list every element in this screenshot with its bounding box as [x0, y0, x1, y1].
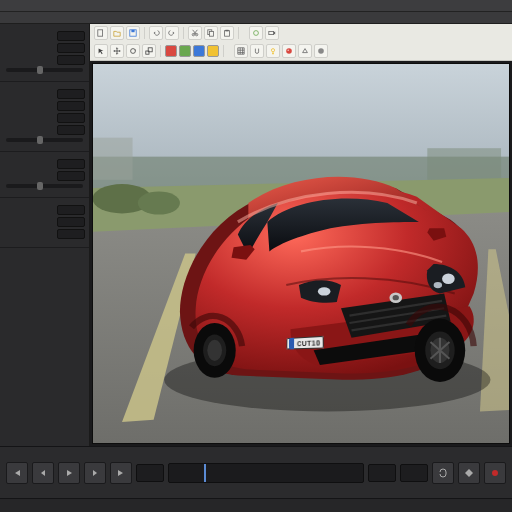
color-swatch[interactable] [193, 45, 205, 57]
svg-rect-7 [225, 31, 230, 37]
prop-value[interactable] [57, 101, 85, 111]
camera-icon[interactable] [265, 26, 279, 40]
start-frame-field[interactable] [368, 464, 396, 482]
property-panel [0, 82, 89, 152]
material-icon[interactable] [282, 44, 296, 58]
slider[interactable] [6, 138, 83, 142]
next-frame-icon[interactable] [84, 462, 106, 484]
svg-rect-20 [93, 138, 133, 180]
svg-point-29 [442, 274, 455, 285]
svg-point-14 [271, 49, 274, 52]
shaded-icon[interactable] [314, 44, 328, 58]
current-frame-field[interactable] [136, 464, 164, 482]
scale-icon[interactable] [142, 44, 156, 58]
snap-icon[interactable] [250, 44, 264, 58]
cut-icon[interactable] [188, 26, 202, 40]
separator [144, 27, 145, 39]
color-swatch[interactable] [179, 45, 191, 57]
svg-point-24 [138, 191, 180, 214]
secondary-toolbar [90, 24, 512, 61]
menubar [0, 12, 512, 24]
separator [183, 27, 184, 39]
license-plate: CUT10 [287, 336, 324, 350]
prop-value[interactable] [57, 159, 85, 169]
separator [223, 45, 224, 57]
light-icon[interactable] [266, 44, 280, 58]
copy-icon[interactable] [204, 26, 218, 40]
svg-rect-2 [131, 30, 134, 32]
svg-point-30 [434, 282, 442, 288]
move-icon[interactable] [110, 44, 124, 58]
separator [238, 27, 239, 39]
prev-frame-icon[interactable] [32, 462, 54, 484]
slider[interactable] [6, 68, 83, 72]
prop-value[interactable] [57, 125, 85, 135]
select-icon[interactable] [94, 44, 108, 58]
grid-icon[interactable] [234, 44, 248, 58]
svg-point-16 [287, 49, 289, 51]
main-row: CUT10 [0, 24, 512, 446]
record-icon[interactable] [484, 462, 506, 484]
svg-rect-6 [209, 31, 213, 36]
keyframe-icon[interactable] [458, 462, 480, 484]
property-panel [0, 24, 89, 82]
plate-text: CUT10 [297, 339, 321, 347]
svg-point-17 [318, 48, 324, 54]
svg-rect-8 [225, 30, 228, 32]
color-swatch[interactable] [207, 45, 219, 57]
svg-point-42 [207, 340, 222, 361]
skip-end-icon[interactable] [110, 462, 132, 484]
svg-rect-0 [98, 30, 103, 36]
bottom-bar [0, 446, 512, 498]
viewport-wrapper: CUT10 [90, 61, 512, 446]
playhead[interactable] [204, 464, 206, 482]
timeline[interactable] [168, 463, 364, 483]
end-frame-field[interactable] [400, 464, 428, 482]
svg-point-15 [286, 48, 292, 54]
prop-value[interactable] [57, 217, 85, 227]
skip-start-icon[interactable] [6, 462, 28, 484]
open-file-icon[interactable] [110, 26, 124, 40]
app-window: CUT10 [0, 0, 512, 512]
status-bar [0, 498, 512, 512]
prop-value[interactable] [57, 55, 85, 65]
left-sidebar [0, 24, 90, 446]
center-area: CUT10 [90, 24, 512, 446]
svg-point-31 [318, 287, 331, 295]
separator [160, 45, 161, 57]
prop-value[interactable] [57, 205, 85, 215]
prop-value[interactable] [57, 31, 85, 41]
property-panel [0, 152, 89, 198]
plate-flag [289, 338, 294, 350]
svg-rect-21 [427, 148, 501, 180]
prop-value[interactable] [57, 229, 85, 239]
svg-rect-10 [269, 31, 274, 34]
prop-value[interactable] [57, 113, 85, 123]
prop-value[interactable] [57, 171, 85, 181]
redo-icon[interactable] [165, 26, 179, 40]
render-viewport[interactable]: CUT10 [92, 63, 510, 444]
loop-icon[interactable] [432, 462, 454, 484]
titlebar [0, 0, 512, 12]
color-swatch[interactable] [165, 45, 177, 57]
svg-point-33 [393, 295, 399, 300]
prop-value[interactable] [57, 89, 85, 99]
slider[interactable] [6, 184, 83, 188]
rotate-icon[interactable] [126, 44, 140, 58]
svg-point-9 [254, 31, 259, 36]
property-panel [0, 198, 89, 248]
new-file-icon[interactable] [94, 26, 108, 40]
paste-icon[interactable] [220, 26, 234, 40]
svg-point-11 [131, 49, 136, 54]
undo-icon[interactable] [149, 26, 163, 40]
prop-value[interactable] [57, 43, 85, 53]
save-icon[interactable] [126, 26, 140, 40]
render-icon[interactable] [249, 26, 263, 40]
svg-point-43 [492, 470, 498, 476]
play-icon[interactable] [58, 462, 80, 484]
wireframe-icon[interactable] [298, 44, 312, 58]
